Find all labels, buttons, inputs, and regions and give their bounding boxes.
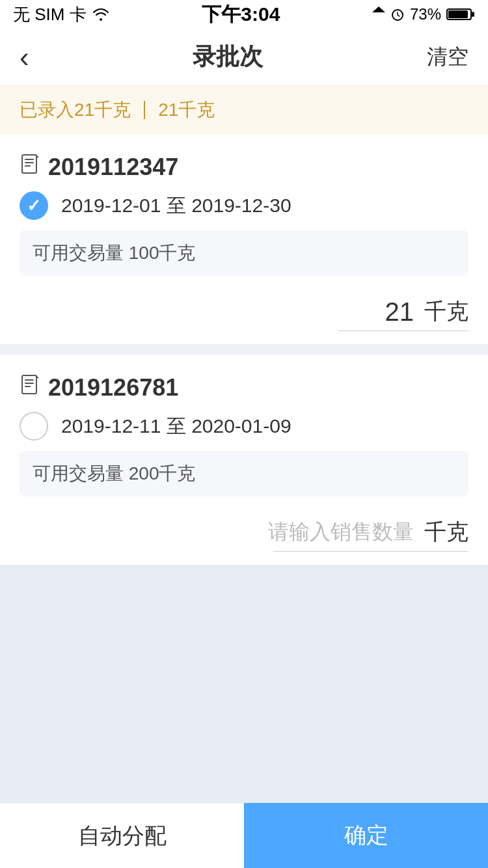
batch-amount-placeholder-2: 请输入销售数量 <box>268 518 414 547</box>
confirm-button[interactable]: 确定 <box>244 803 488 868</box>
amount-underline-1 <box>338 331 468 331</box>
svg-rect-4 <box>22 155 36 173</box>
page-title: 录批次 <box>193 41 263 73</box>
svg-rect-2 <box>448 10 468 18</box>
batch-amount-unit-2: 千克 <box>424 517 468 547</box>
batch-amount-row-1: 21 千克 <box>20 286 468 331</box>
batch-id-1: 2019112347 <box>48 154 178 181</box>
batch-amount-row-2: 请输入销售数量 千克 <box>20 507 468 552</box>
back-button[interactable]: ‹ <box>20 43 29 72</box>
summary-banner: 已录入21千克 21千克 <box>0 86 488 134</box>
battery-text: 73% <box>410 5 441 23</box>
wifi-icon <box>92 8 110 21</box>
batch-card-2: 2019126781 2019-12-11 至 2020-01-09 可用交易量… <box>0 355 488 565</box>
svg-rect-8 <box>22 375 36 394</box>
status-bar: 无 SIM 卡 下午3:04 73% <box>0 0 488 29</box>
batch-header-1: 2019112347 <box>20 154 468 181</box>
no-sim-text: 无 SIM 卡 <box>13 3 87 26</box>
batch-date-row-1[interactable]: ✓ 2019-12-01 至 2019-12-30 <box>20 191 468 220</box>
clear-button[interactable]: 清空 <box>427 43 468 72</box>
batch-checkbox-2[interactable] <box>20 412 48 441</box>
svg-rect-9 <box>25 379 34 381</box>
summary-divider <box>144 101 145 119</box>
svg-rect-5 <box>25 159 34 160</box>
svg-rect-6 <box>25 162 34 163</box>
svg-rect-10 <box>25 383 34 384</box>
location-icon <box>372 7 385 22</box>
batch-avail-1: 可用交易量 100千克 <box>20 230 468 276</box>
batch-amount-unit-1: 千克 <box>424 297 468 327</box>
batch-checkbox-1[interactable]: ✓ <box>20 191 48 220</box>
batch-amount-value-1: 21 <box>385 297 414 327</box>
nav-bar: ‹ 录批次 清空 <box>0 29 488 86</box>
amount-underline-2 <box>273 551 468 552</box>
batch-card-1: 2019112347 ✓ 2019-12-01 至 2019-12-30 可用交… <box>0 134 488 344</box>
batch-avail-2: 可用交易量 200千克 <box>20 451 468 496</box>
auto-distribute-button[interactable]: 自动分配 <box>0 803 244 868</box>
checkmark-1: ✓ <box>27 196 41 216</box>
batch-date-2: 2019-12-11 至 2020-01-09 <box>61 413 291 440</box>
svg-rect-7 <box>25 165 31 167</box>
batch-id-2: 2019126781 <box>48 374 178 401</box>
recorded-amount: 已录入21千克 <box>20 98 131 122</box>
batch-icon-2 <box>20 374 42 401</box>
status-left: 无 SIM 卡 <box>13 3 110 26</box>
batch-icon-1 <box>20 154 42 181</box>
section-separator <box>0 344 488 355</box>
bottom-bar: 自动分配 确定 <box>0 803 488 868</box>
batch-date-1: 2019-12-01 至 2019-12-30 <box>61 193 291 219</box>
total-amount: 21千克 <box>158 98 215 122</box>
svg-rect-3 <box>472 12 474 17</box>
battery-icon <box>446 7 475 21</box>
svg-rect-11 <box>25 386 31 387</box>
batch-header-2: 2019126781 <box>20 374 468 401</box>
status-right: 73% <box>372 5 475 23</box>
status-time: 下午3:04 <box>202 1 280 28</box>
batch-date-row-2[interactable]: 2019-12-11 至 2020-01-09 <box>20 412 468 441</box>
alarm-icon <box>390 7 405 21</box>
